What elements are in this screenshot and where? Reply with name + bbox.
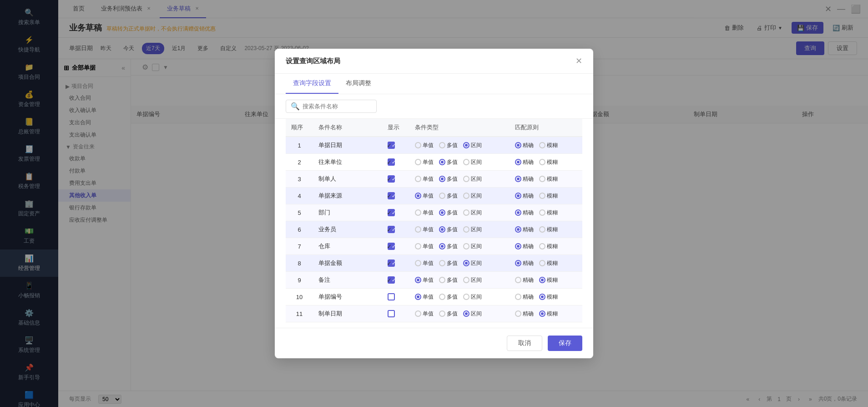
radio-match-fuzzy[interactable]: 模糊 bbox=[539, 226, 558, 234]
row-show-checkbox[interactable]: ✓ bbox=[382, 238, 409, 255]
radio-match-fuzzy[interactable]: 模糊 bbox=[539, 158, 558, 166]
checkbox[interactable]: ✓ bbox=[388, 142, 395, 149]
radio-match-fuzzy[interactable]: 模糊 bbox=[539, 293, 558, 301]
radio-circle-multi bbox=[439, 294, 445, 300]
radio-range[interactable]: 区间 bbox=[463, 226, 482, 234]
radio-match-exact[interactable]: 精确 bbox=[515, 293, 534, 301]
radio-match-fuzzy[interactable]: 模糊 bbox=[539, 259, 558, 267]
row-show-checkbox[interactable]: ✓ bbox=[382, 221, 409, 238]
radio-match-exact[interactable]: 精确 bbox=[515, 259, 534, 267]
row-show-checkbox[interactable]: ✓ bbox=[382, 188, 409, 204]
checkbox[interactable]: ✓ bbox=[388, 226, 395, 233]
radio-range[interactable]: 区间 bbox=[463, 259, 482, 267]
row-order: 7 bbox=[286, 238, 313, 255]
radio-single[interactable]: 单值 bbox=[415, 243, 434, 250]
radio-match-exact[interactable]: 精确 bbox=[515, 175, 534, 183]
radio-match-fuzzy[interactable]: 模糊 bbox=[539, 276, 558, 284]
radio-single[interactable]: 单值 bbox=[415, 209, 434, 217]
row-show-checkbox[interactable] bbox=[382, 289, 409, 305]
radio-single[interactable]: 单值 bbox=[415, 158, 434, 166]
radio-single[interactable]: 单值 bbox=[415, 276, 434, 284]
radio-multi[interactable]: 多值 bbox=[439, 142, 458, 149]
settings-table-row: 2往来单位✓单值多值区间精确模糊 bbox=[286, 154, 582, 171]
cancel-button[interactable]: 取消 bbox=[507, 336, 542, 351]
checkbox[interactable]: ✓ bbox=[388, 158, 395, 166]
radio-range[interactable]: 区间 bbox=[463, 209, 482, 217]
radio-range[interactable]: 区间 bbox=[463, 192, 482, 200]
radio-multi[interactable]: 多值 bbox=[439, 293, 458, 301]
radio-match-fuzzy[interactable]: 模糊 bbox=[539, 192, 558, 200]
radio-multi[interactable]: 多值 bbox=[439, 158, 458, 166]
radio-range[interactable]: 区间 bbox=[463, 158, 482, 166]
radio-single[interactable]: 单值 bbox=[415, 226, 434, 234]
radio-single[interactable]: 单值 bbox=[415, 142, 434, 149]
radio-single[interactable]: 单值 bbox=[415, 293, 434, 301]
radio-match-exact[interactable]: 精确 bbox=[515, 209, 534, 217]
row-show-checkbox[interactable]: ✓ bbox=[382, 171, 409, 188]
radio-multi[interactable]: 多值 bbox=[439, 226, 458, 234]
radio-range[interactable]: 区间 bbox=[463, 293, 482, 301]
radio-multi[interactable]: 多值 bbox=[439, 259, 458, 267]
radio-circle-multi bbox=[439, 159, 445, 165]
radio-circle-single bbox=[415, 277, 421, 283]
radio-match-fuzzy[interactable]: 模糊 bbox=[539, 243, 558, 250]
checkbox[interactable]: ✓ bbox=[388, 175, 395, 183]
checkbox[interactable]: ✓ bbox=[388, 243, 395, 250]
radio-single[interactable]: 单值 bbox=[415, 192, 434, 200]
radio-match-exact[interactable]: 精确 bbox=[515, 192, 534, 200]
radio-match-exact[interactable]: 精确 bbox=[515, 276, 534, 284]
radio-single[interactable]: 单值 bbox=[415, 175, 434, 183]
dialog-tabs: 查询字段设置 布局调整 bbox=[275, 74, 593, 94]
radio-match-exact[interactable]: 精确 bbox=[515, 226, 534, 234]
radio-circle-range bbox=[463, 310, 469, 317]
row-show-checkbox[interactable]: ✓ bbox=[382, 204, 409, 221]
checkbox[interactable] bbox=[388, 293, 395, 300]
checkbox[interactable]: ✓ bbox=[388, 209, 395, 216]
checkbox[interactable]: ✓ bbox=[388, 259, 395, 267]
radio-range[interactable]: 区间 bbox=[463, 310, 482, 318]
radio-match-exact[interactable]: 精确 bbox=[515, 243, 534, 250]
row-show-checkbox[interactable] bbox=[382, 305, 409, 322]
dialog-tab-query-fields[interactable]: 查询字段设置 bbox=[286, 74, 338, 94]
radio-multi[interactable]: 多值 bbox=[439, 276, 458, 284]
match-rule-group: 精确模糊 bbox=[515, 243, 577, 250]
radio-match-exact[interactable]: 精确 bbox=[515, 158, 534, 166]
radio-single[interactable]: 单值 bbox=[415, 310, 434, 318]
radio-match-fuzzy[interactable]: 模糊 bbox=[539, 209, 558, 217]
row-cond-name: 制单日期 bbox=[313, 305, 382, 322]
settings-table: 顺序 条件名称 显示 条件类型 匹配原则 1单据日期✓单值多值区间精确模糊2往来… bbox=[286, 119, 582, 322]
radio-circle-match-exact bbox=[515, 294, 521, 300]
radio-multi[interactable]: 多值 bbox=[439, 209, 458, 217]
row-show-checkbox[interactable]: ✓ bbox=[382, 154, 409, 171]
dialog-tab-layout[interactable]: 布局调整 bbox=[338, 74, 378, 94]
radio-circle-multi bbox=[439, 243, 445, 249]
radio-multi[interactable]: 多值 bbox=[439, 243, 458, 250]
radio-single[interactable]: 单值 bbox=[415, 259, 434, 267]
radio-range[interactable]: 区间 bbox=[463, 276, 482, 284]
radio-match-fuzzy[interactable]: 模糊 bbox=[539, 175, 558, 183]
cond-type-group: 单值多值区间 bbox=[415, 158, 504, 166]
checkbox[interactable] bbox=[388, 310, 395, 317]
checkbox[interactable]: ✓ bbox=[388, 192, 395, 199]
row-show-checkbox[interactable]: ✓ bbox=[382, 137, 409, 154]
save-dialog-button[interactable]: 保存 bbox=[548, 336, 582, 351]
radio-match-exact[interactable]: 精确 bbox=[515, 142, 534, 149]
radio-match-fuzzy[interactable]: 模糊 bbox=[539, 142, 558, 149]
radio-multi[interactable]: 多值 bbox=[439, 192, 458, 200]
dialog-close-button[interactable]: ✕ bbox=[575, 56, 582, 66]
settings-table-row: 1单据日期✓单值多值区间精确模糊 bbox=[286, 137, 582, 154]
radio-range[interactable]: 区间 bbox=[463, 175, 482, 183]
radio-range[interactable]: 区间 bbox=[463, 142, 482, 149]
row-show-checkbox[interactable]: ✓ bbox=[382, 255, 409, 272]
radio-match-fuzzy[interactable]: 模糊 bbox=[539, 310, 558, 318]
radio-multi[interactable]: 多值 bbox=[439, 175, 458, 183]
dialog-search-input[interactable] bbox=[303, 103, 379, 110]
checkbox[interactable]: ✓ bbox=[388, 276, 395, 284]
radio-range[interactable]: 区间 bbox=[463, 243, 482, 250]
radio-circle-multi bbox=[439, 176, 445, 182]
row-show-checkbox[interactable]: ✓ bbox=[382, 272, 409, 289]
radio-multi[interactable]: 多值 bbox=[439, 310, 458, 318]
match-rule-group: 精确模糊 bbox=[515, 209, 577, 217]
radio-match-exact[interactable]: 精确 bbox=[515, 310, 534, 318]
radio-circle-match-fuzzy bbox=[539, 209, 545, 216]
